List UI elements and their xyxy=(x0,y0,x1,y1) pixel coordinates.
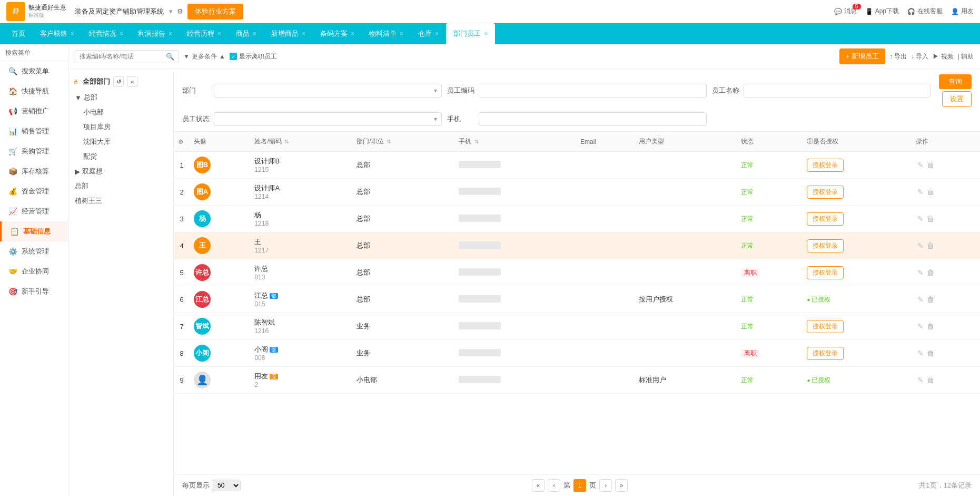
nav-tab-close-icon[interactable]: × xyxy=(435,30,439,37)
edit-button[interactable]: ✎ xyxy=(916,268,925,277)
reset-button[interactable]: 设置 xyxy=(942,91,972,107)
export-button[interactable]: ↑ 导出 xyxy=(889,52,907,61)
search-box[interactable]: 🔍 xyxy=(75,50,179,63)
edit-button[interactable]: ✎ xyxy=(916,215,925,223)
dept-collapse-btn[interactable]: « xyxy=(127,76,137,87)
delete-button[interactable]: 🗑 xyxy=(925,268,936,277)
edit-button[interactable]: ✎ xyxy=(916,188,925,196)
delete-button[interactable]: 🗑 xyxy=(925,349,936,357)
nav-tab-条码方案[interactable]: 条码方案× xyxy=(313,23,362,44)
nav-tab-利润报告[interactable]: 利润报告× xyxy=(131,23,180,44)
user-action[interactable]: 👤 用友 xyxy=(951,7,974,16)
status-filter-select[interactable]: ▾ xyxy=(214,112,442,126)
sidebar-item-企业协同[interactable]: 🤝企业协同 xyxy=(0,261,68,281)
nav-tab-部门员工[interactable]: 部门员工× xyxy=(446,23,495,44)
nav-tab-物料清单[interactable]: 物料清单× xyxy=(362,23,411,44)
nav-tab-经营历程[interactable]: 经营历程× xyxy=(180,23,229,44)
sidebar-item-新手引导[interactable]: 🎯新手引导 xyxy=(0,281,68,302)
page-size-dropdown[interactable]: 50 100 xyxy=(212,480,241,491)
edit-button[interactable]: ✎ xyxy=(916,322,925,330)
nav-tab-close-icon[interactable]: × xyxy=(351,30,354,37)
chevron-down-icon[interactable]: ▾ xyxy=(169,7,173,15)
delete-button[interactable]: 🗑 xyxy=(925,241,936,250)
message-action[interactable]: 💬 消息 5 xyxy=(834,7,857,16)
col-dept[interactable]: 部门/职位 ⇅ xyxy=(352,132,454,152)
delete-button[interactable]: 🗑 xyxy=(925,215,936,223)
nav-tab-close-icon[interactable]: × xyxy=(400,30,403,37)
dept-refresh-btn[interactable]: ↺ xyxy=(113,76,124,87)
auth-button[interactable]: 授权登录 xyxy=(807,212,844,226)
edit-button[interactable]: ✎ xyxy=(916,241,925,250)
empname-filter-input[interactable] xyxy=(744,84,930,98)
auth-button[interactable]: 授权登录 xyxy=(807,266,844,279)
delete-button[interactable]: 🗑 xyxy=(925,322,936,330)
more-filters-btn[interactable]: ▼ 更多条件 ▲ xyxy=(183,52,225,61)
auth-button[interactable]: 授权登录 xyxy=(807,347,844,360)
sidebar-item-采购管理[interactable]: 🛒采购管理 xyxy=(0,141,68,161)
sidebar-item-基础信息[interactable]: 📋基础信息 xyxy=(0,221,68,241)
sidebar-item-营销推广[interactable]: 📢营销推广 xyxy=(0,101,68,121)
dept-item-zhishu[interactable]: 植树王三 xyxy=(68,193,173,208)
current-page[interactable]: 1 xyxy=(573,479,586,492)
dept-item-zongbu2[interactable]: 总部 xyxy=(68,179,173,193)
nav-tab-close-icon[interactable]: × xyxy=(169,30,172,37)
gear-icon[interactable]: ⚙ xyxy=(177,7,183,15)
delete-button[interactable]: 🗑 xyxy=(925,188,936,196)
trial-button[interactable]: 体验行业方案 xyxy=(187,4,243,20)
nav-tab-首页[interactable]: 首页 xyxy=(4,23,33,44)
nav-tab-close-icon[interactable]: × xyxy=(120,30,123,37)
delete-button[interactable]: 🗑 xyxy=(925,295,936,304)
col-phone[interactable]: 手机 ⇅ xyxy=(454,132,576,152)
dept-item-shuangtingxiang[interactable]: ▶ 双庭想 xyxy=(68,164,173,179)
search-button[interactable]: 查询 xyxy=(939,74,972,89)
sidebar-item-搜索菜单[interactable]: 🔍搜索菜单 xyxy=(0,61,68,81)
edit-button[interactable]: ✎ xyxy=(916,161,925,169)
delete-button[interactable]: 🗑 xyxy=(925,161,936,169)
nav-tab-close-icon[interactable]: × xyxy=(217,30,221,37)
dept-item-peihuo[interactable]: 配货 xyxy=(68,149,173,164)
nav-tab-新增商品[interactable]: 新增商品× xyxy=(264,23,313,44)
delete-button[interactable]: 🗑 xyxy=(925,376,936,384)
dept-item-xiangmuKufang[interactable]: 项目库房 xyxy=(68,120,173,134)
col-name[interactable]: 姓名/编码 ⇅ xyxy=(250,132,352,152)
dept-item-xiaodianbu[interactable]: 小电部 xyxy=(68,105,173,120)
nav-tab-仓库[interactable]: 仓库× xyxy=(411,23,446,44)
search-input[interactable] xyxy=(80,53,164,60)
more-button[interactable]: | 辅助 xyxy=(958,52,974,61)
online-service-action[interactable]: 🎧 在线客服 xyxy=(907,7,943,16)
next-page-btn[interactable]: › xyxy=(599,479,612,492)
dept-item-zongbu-parent[interactable]: ▼ 总部 xyxy=(68,90,173,105)
nav-tab-close-icon[interactable]: × xyxy=(253,30,256,37)
last-page-btn[interactable]: » xyxy=(615,479,628,492)
nav-tab-商品[interactable]: 商品× xyxy=(229,23,264,44)
app-download-action[interactable]: 📱 App下载 xyxy=(865,7,899,16)
sidebar-item-库存核算[interactable]: 📦库存核算 xyxy=(0,161,68,181)
first-page-btn[interactable]: « xyxy=(532,479,545,492)
phone-filter-input[interactable] xyxy=(479,112,707,126)
nav-tab-close-icon[interactable]: × xyxy=(302,30,305,37)
show-resigned-checkbox[interactable]: ✓ 显示离职员工 xyxy=(230,52,277,61)
nav-tab-客户联络[interactable]: 客户联络× xyxy=(33,23,82,44)
sidebar-item-经营管理[interactable]: 📈经营管理 xyxy=(0,201,68,221)
sidebar-item-系统管理[interactable]: ⚙️系统管理 xyxy=(0,241,68,261)
edit-button[interactable]: ✎ xyxy=(916,376,925,384)
view-button[interactable]: ▶ 视频 xyxy=(933,52,953,61)
edit-button[interactable]: ✎ xyxy=(916,349,925,357)
sidebar-item-销售管理[interactable]: 📊销售管理 xyxy=(0,121,68,141)
empcode-filter-input[interactable] xyxy=(479,84,707,98)
dept-filter-select[interactable]: ▾ xyxy=(214,84,442,98)
auth-button[interactable]: 授权登录 xyxy=(807,159,844,172)
auth-button[interactable]: 授权登录 xyxy=(807,320,844,333)
nav-tab-close-icon[interactable]: × xyxy=(484,30,488,37)
import-button[interactable]: ↓ 导入 xyxy=(911,52,928,61)
sidebar-search[interactable]: 🔍 xyxy=(0,44,68,61)
sidebar-item-资金管理[interactable]: 💰资金管理 xyxy=(0,181,68,201)
sidebar-item-快捷导航[interactable]: 🏠快捷导航 xyxy=(0,81,68,101)
add-employee-button[interactable]: + 新增员工 xyxy=(839,48,885,64)
auth-button[interactable]: 授权登录 xyxy=(807,239,844,252)
nav-tab-经营情况[interactable]: 经营情况× xyxy=(82,23,131,44)
prev-page-btn[interactable]: ‹ xyxy=(548,479,560,492)
nav-tab-close-icon[interactable]: × xyxy=(71,30,74,37)
auth-button[interactable]: 授权登录 xyxy=(807,186,844,199)
sidebar-search-input[interactable] xyxy=(5,49,68,56)
